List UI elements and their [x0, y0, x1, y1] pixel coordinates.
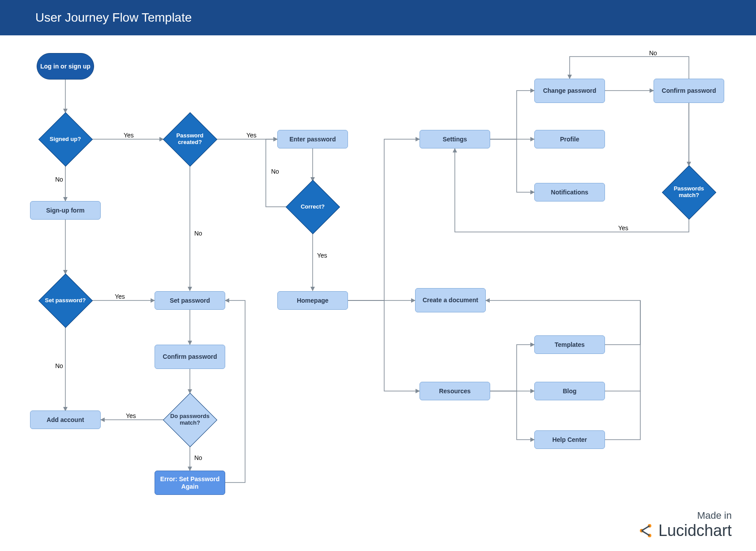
- node-settings: Settings: [420, 130, 490, 148]
- node-login-signup: Log in or sign up: [37, 53, 94, 80]
- node-homepage: Homepage: [277, 291, 348, 310]
- node-blog: Blog: [534, 382, 605, 400]
- footer-brand: Lucidchart: [639, 521, 732, 540]
- label-set-pw-yes: Yes: [115, 293, 125, 300]
- node-passwords-match-q2: Passwords match?: [662, 166, 715, 219]
- label-pw-created-no: No: [194, 230, 202, 237]
- label-pw-match2-yes: Yes: [618, 224, 628, 232]
- node-passwords-match-q: Do passwords match?: [163, 393, 216, 446]
- edges-layer: [0, 35, 756, 551]
- label-pw-match-yes: Yes: [126, 412, 136, 419]
- node-confirm-password-2: Confirm password: [654, 79, 724, 103]
- label-signed-up-yes: Yes: [124, 132, 134, 139]
- diagram-canvas: Log in or sign up Signed up? Sign-up for…: [0, 35, 756, 551]
- node-confirm-password: Confirm password: [155, 345, 225, 369]
- footer-brand-text: Lucidchart: [658, 521, 732, 540]
- node-templates: Templates: [534, 335, 605, 354]
- label-correct-no: No: [271, 168, 279, 175]
- node-correct-q: Correct?: [286, 180, 339, 233]
- label-signed-up-no: No: [55, 176, 63, 183]
- node-signed-up-q: Signed up?: [39, 113, 92, 166]
- node-change-password: Change password: [534, 79, 605, 103]
- node-create-document: Create a document: [415, 288, 486, 312]
- footer-made-in: Made in: [639, 510, 732, 521]
- node-signup-form: Sign-up form: [30, 201, 101, 220]
- node-password-created-q: Password created?: [163, 113, 216, 166]
- node-set-password: Set password: [155, 291, 225, 310]
- node-error-set-password-again: Error: Set Password Again: [155, 471, 225, 495]
- lucidchart-logo-icon: [639, 523, 654, 538]
- node-add-account: Add account: [30, 410, 101, 429]
- footer: Made in Lucidchart: [639, 510, 732, 540]
- node-profile: Profile: [534, 130, 605, 148]
- header-bar: User Journey Flow Template: [0, 0, 756, 35]
- node-enter-password: Enter password: [277, 130, 348, 148]
- node-help-center: Help Center: [534, 430, 605, 449]
- label-set-pw-no: No: [55, 362, 63, 369]
- page-title: User Journey Flow Template: [35, 11, 192, 25]
- node-resources: Resources: [420, 382, 490, 400]
- node-notifications: Notifications: [534, 183, 605, 201]
- label-pw-created-yes: Yes: [246, 132, 257, 139]
- page: User Journey Flow Template: [0, 0, 756, 551]
- node-set-password-q: Set password?: [39, 274, 92, 327]
- label-pw-match2-no: No: [649, 49, 657, 57]
- label-pw-match-no: No: [194, 454, 202, 461]
- label-correct-yes: Yes: [317, 252, 327, 259]
